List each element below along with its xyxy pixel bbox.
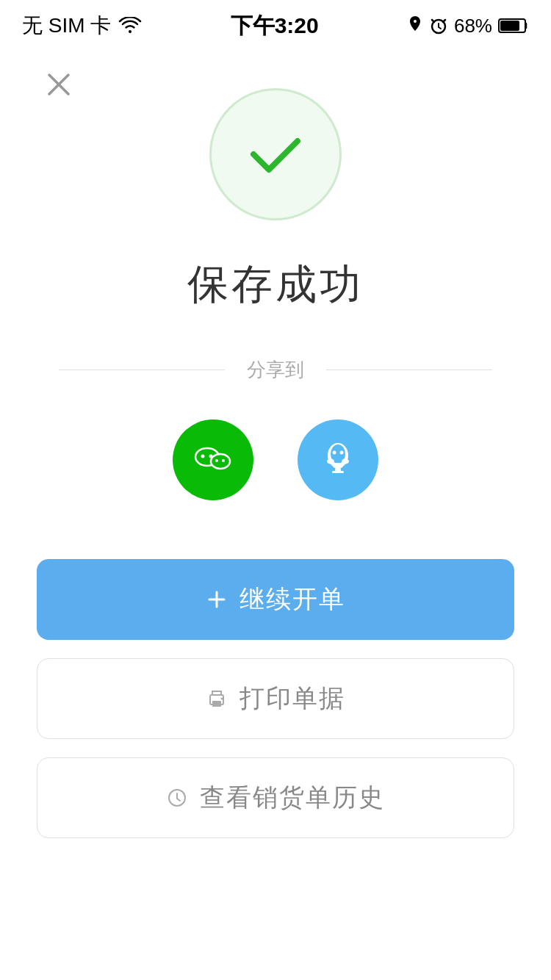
status-left: 无 SIM 卡 bbox=[22, 12, 142, 40]
print-button[interactable]: 打印单据 bbox=[37, 658, 514, 739]
divider-left bbox=[59, 370, 225, 370]
wechat-share-button[interactable] bbox=[173, 419, 253, 500]
battery-icon bbox=[498, 18, 529, 34]
svg-point-16 bbox=[327, 458, 334, 464]
close-button[interactable] bbox=[37, 62, 81, 107]
svg-point-8 bbox=[209, 454, 212, 458]
continue-label: 继续开单 bbox=[240, 583, 345, 616]
divider-right bbox=[326, 370, 492, 370]
qq-share-button[interactable] bbox=[298, 419, 378, 500]
svg-point-24 bbox=[221, 698, 223, 700]
wechat-logo-icon bbox=[190, 436, 237, 484]
svg-point-14 bbox=[339, 450, 343, 454]
qq-logo-icon bbox=[314, 436, 362, 484]
svg-rect-19 bbox=[332, 471, 344, 473]
alarm-icon bbox=[429, 16, 448, 35]
location-icon bbox=[407, 16, 423, 35]
history-label: 查看销货单历史 bbox=[200, 781, 385, 815]
continue-button[interactable]: 继续开单 bbox=[37, 559, 514, 640]
wifi-icon bbox=[118, 17, 142, 35]
sim-status: 无 SIM 卡 bbox=[22, 12, 111, 40]
svg-rect-23 bbox=[212, 701, 221, 707]
svg-point-10 bbox=[222, 459, 225, 462]
divider-section: 分享到 bbox=[0, 357, 551, 383]
svg-point-9 bbox=[215, 459, 218, 462]
print-label: 打印单据 bbox=[240, 682, 345, 716]
status-bar: 无 SIM 卡 下午3:20 68% bbox=[0, 0, 551, 51]
success-circle bbox=[209, 88, 342, 220]
svg-rect-2 bbox=[500, 21, 519, 31]
checkmark-icon bbox=[242, 121, 309, 187]
share-icons bbox=[173, 419, 378, 500]
plus-icon bbox=[206, 588, 228, 610]
svg-point-13 bbox=[332, 450, 336, 454]
history-button[interactable]: 查看销货单历史 bbox=[37, 757, 514, 838]
status-time: 下午3:20 bbox=[231, 11, 319, 41]
main-content: 保存成功 分享到 bbox=[0, 51, 551, 838]
action-buttons: 继续开单 打印单据 查看销货单历史 bbox=[0, 559, 551, 838]
svg-point-6 bbox=[211, 454, 230, 469]
share-label: 分享到 bbox=[225, 357, 326, 383]
battery-percent: 68% bbox=[454, 15, 492, 37]
success-title: 保存成功 bbox=[187, 257, 364, 313]
printer-icon bbox=[206, 688, 228, 710]
svg-point-15 bbox=[333, 463, 343, 469]
status-right: 68% bbox=[407, 15, 529, 37]
clock-icon bbox=[166, 787, 188, 809]
svg-point-17 bbox=[342, 458, 349, 464]
svg-point-7 bbox=[201, 454, 204, 458]
